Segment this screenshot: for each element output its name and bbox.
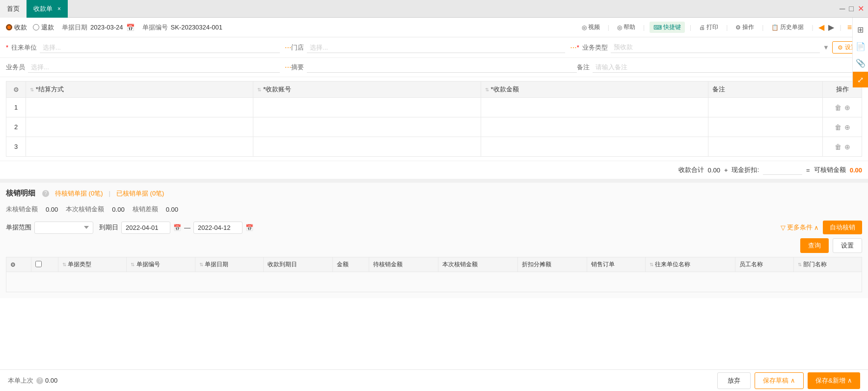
- sidebar-expand-icon[interactable]: ⤢: [853, 72, 868, 87]
- vcol-counterparty-label: 往来单位名称: [655, 261, 690, 268]
- close-icon[interactable]: ✕: [858, 4, 864, 13]
- tab-bar: 首页 收款单 × ─ □ ✕: [0, 0, 868, 18]
- next-nav-icon[interactable]: ▶: [828, 23, 834, 32]
- prev-label: 本单上次: [8, 376, 33, 385]
- row-3-amount[interactable]: [481, 137, 708, 157]
- row-2-account[interactable]: [253, 117, 481, 137]
- row-1-amount[interactable]: [481, 98, 708, 117]
- store-dots-icon[interactable]: ···: [570, 43, 576, 52]
- pending-tab[interactable]: 待核销单据 (0笔): [55, 189, 103, 198]
- sidebar-attachment-icon[interactable]: 📎: [853, 55, 868, 71]
- save-new-button[interactable]: 保存&新增 ∧: [808, 372, 860, 389]
- tab-home[interactable]: 首页: [0, 0, 27, 18]
- receipt-radio[interactable]: 收款: [6, 23, 27, 32]
- salesperson-label: 业务员: [6, 63, 25, 72]
- equals-sign: =: [806, 167, 810, 174]
- row-3-settlement[interactable]: [26, 137, 253, 157]
- bill-date-field: 单据日期 2023-03-24 📅: [62, 23, 135, 32]
- maximize-icon[interactable]: □: [849, 4, 854, 13]
- sidebar-table-icon[interactable]: ⊞: [853, 22, 868, 37]
- completed-count: 0笔: [152, 190, 162, 197]
- filter-settings-button[interactable]: 设置: [833, 238, 862, 253]
- remark-input[interactable]: [593, 62, 862, 73]
- row-1-delete-icon[interactable]: 🗑: [835, 104, 841, 112]
- verify-header: 核销明细 ? 待核销单据 (0笔) | 已核销单据 (0笔): [6, 189, 862, 198]
- completed-tab[interactable]: 已核销单据 (0笔): [116, 189, 164, 198]
- minimize-icon[interactable]: ─: [840, 4, 845, 13]
- help-btn[interactable]: ◎ 帮助: [614, 22, 638, 33]
- row-2-remark[interactable]: [708, 117, 823, 137]
- video-btn[interactable]: ◎ 视频: [579, 22, 603, 33]
- prev-value-display: 本单上次 ? 0.00: [8, 376, 57, 385]
- row-1-copy-icon[interactable]: ⊕: [844, 104, 850, 112]
- save-draft-button[interactable]: 保存草稿 ∧: [755, 372, 804, 389]
- col-account-label: *收款账号: [263, 85, 291, 93]
- table-settings-icon[interactable]: ⚙: [13, 86, 19, 93]
- discount-input[interactable]: [763, 165, 802, 175]
- unchecked-value: 0.00: [46, 206, 58, 213]
- auto-verify-button[interactable]: 自动核销: [823, 221, 862, 234]
- diff-value: 0.00: [166, 206, 178, 213]
- col-amount: ⇅ *收款金额: [481, 82, 708, 98]
- discard-button[interactable]: 放弃: [717, 372, 751, 389]
- row-1-account[interactable]: [253, 98, 481, 117]
- verify-info-icon[interactable]: ?: [42, 190, 49, 197]
- operations-label: 操作: [742, 23, 754, 31]
- store-input[interactable]: [307, 42, 565, 53]
- row-3-remark[interactable]: [708, 137, 823, 157]
- row-1-settlement[interactable]: [26, 98, 253, 117]
- prev-nav-icon[interactable]: ◀: [818, 23, 824, 32]
- calendar-icon[interactable]: 📅: [126, 24, 135, 31]
- row-1-ops: 🗑 ⊕: [823, 98, 862, 117]
- salesperson-dots-icon[interactable]: ···: [285, 63, 291, 72]
- row-2-delete-icon[interactable]: 🗑: [835, 123, 841, 131]
- counterparty-label: 往来单位: [11, 43, 37, 52]
- row-2-amount[interactable]: [481, 117, 708, 137]
- due-date-start-input[interactable]: [121, 222, 170, 234]
- row-2-copy-icon[interactable]: ⊕: [844, 123, 850, 131]
- refund-radio[interactable]: 退款: [33, 23, 54, 32]
- row-3-delete-icon[interactable]: 🗑: [835, 143, 841, 151]
- tab-receipt[interactable]: 收款单 ×: [27, 0, 68, 18]
- select-all-checkbox[interactable]: [35, 261, 42, 267]
- calendar-end-icon[interactable]: 📅: [245, 224, 253, 231]
- bill-date-label: 单据日期: [62, 23, 87, 32]
- history-btn[interactable]: 📋 历史单据: [768, 22, 807, 33]
- vtable-settings-icon[interactable]: ⚙: [10, 261, 16, 268]
- vcol-settings: ⚙: [6, 257, 31, 272]
- save-draft-chevron-icon[interactable]: ∧: [790, 377, 795, 384]
- salesperson-input[interactable]: [28, 62, 280, 73]
- save-new-chevron-icon[interactable]: ∧: [847, 377, 852, 384]
- more-conditions-btn[interactable]: ▽ 更多条件 ∧: [781, 223, 819, 232]
- query-button[interactable]: 查询: [800, 238, 829, 253]
- summary-input[interactable]: [307, 62, 576, 73]
- print-btn[interactable]: 🖨 打印: [696, 22, 721, 33]
- table-row: 3 🗑 ⊕: [6, 137, 862, 157]
- plus-sign: +: [724, 167, 728, 174]
- vcol-due-label: 收款到期日: [268, 261, 297, 268]
- sidebar-document-icon[interactable]: 📄: [853, 38, 868, 54]
- dropdown-icon[interactable]: ▼: [823, 44, 829, 51]
- print-label: 打印: [706, 23, 718, 31]
- store-label: 门店: [291, 43, 304, 52]
- operations-btn[interactable]: ⚙ 操作: [732, 22, 757, 33]
- store-cell: 门店 ···: [291, 42, 576, 53]
- range-label: 单据范围: [6, 223, 31, 232]
- range-select[interactable]: [34, 222, 93, 234]
- history-label: 历史单据: [780, 23, 804, 31]
- calendar-start-icon[interactable]: 📅: [173, 224, 181, 231]
- counterparty-input[interactable]: [40, 42, 280, 53]
- remark-cell: 备注: [577, 62, 862, 73]
- counterparty-dots-icon[interactable]: ···: [285, 43, 291, 52]
- grid-view-icon[interactable]: ≡: [847, 23, 852, 32]
- row-1-remark[interactable]: [708, 98, 823, 117]
- current-check-label: 本次核销金额: [66, 205, 104, 214]
- shortcut-btn[interactable]: ⌨ 快捷键: [650, 22, 685, 33]
- business-type-input[interactable]: [611, 42, 820, 53]
- prev-info-icon[interactable]: ?: [36, 377, 43, 384]
- close-tab-icon[interactable]: ×: [57, 5, 61, 12]
- row-3-copy-icon[interactable]: ⊕: [844, 143, 850, 151]
- due-date-end-input[interactable]: [193, 222, 243, 234]
- row-3-account[interactable]: [253, 137, 481, 157]
- row-2-settlement[interactable]: [26, 117, 253, 137]
